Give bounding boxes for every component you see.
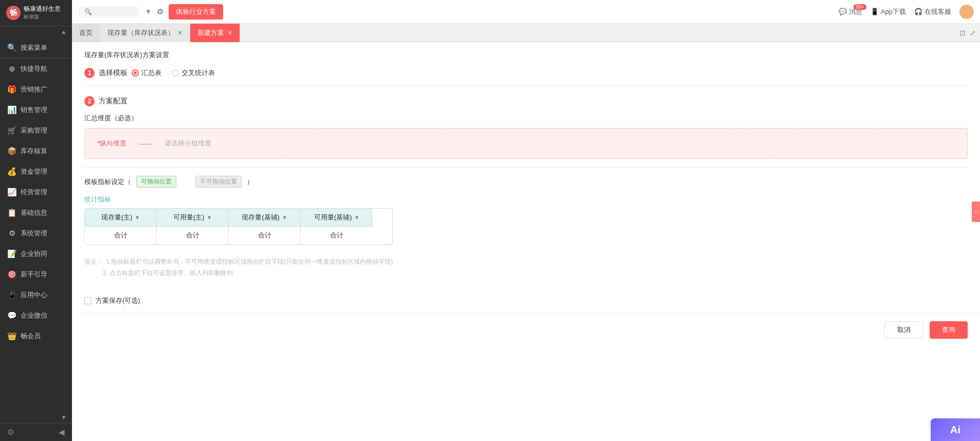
stats-col-4-chevron: ▼ <box>354 214 359 220</box>
sidebar-item-marketing[interactable]: 🎁 营销推广 <box>0 79 72 100</box>
stats-col-1-header[interactable]: 现存量(主) ▼ <box>85 209 156 227</box>
sidebar-search[interactable]: 🔍 搜索菜单 <box>0 38 72 59</box>
tab-new-plan-close[interactable]: ✕ <box>227 29 232 36</box>
tab-new-plan[interactable]: 新建方案 ✕ <box>190 24 240 42</box>
stats-col-1-label: 现存量(主) <box>101 213 133 222</box>
settings-icon[interactable]: ⚙ <box>7 428 14 437</box>
tab-expand-icon[interactable]: ⤢ <box>970 29 976 37</box>
stats-col-3-label: 现存量(基辅) <box>242 213 280 222</box>
step2-divider <box>84 167 968 168</box>
sidebar-label-system: 系统管理 <box>21 229 47 238</box>
save-option-label: 方案保存(可选) <box>96 296 140 305</box>
step1-block: 1 选择模板 汇总表 交叉统计表 <box>84 68 968 86</box>
user-avatar[interactable] <box>959 5 974 19</box>
stats-col-2: 可用量(主) ▼ 合计 <box>157 209 229 244</box>
sidebar-logo: 畅 畅康通好生意 标准版 <box>0 0 72 26</box>
step1-number: 1 <box>84 68 95 78</box>
message-badge: 99+ <box>854 4 866 10</box>
stats-col-2-header[interactable]: 可用量(主) ▼ <box>157 209 228 227</box>
system-icon: ⚙ <box>7 229 16 238</box>
trial-industry-button[interactable]: 体验行业方案 <box>169 4 223 20</box>
sidebar-label-marketing: 营销推广 <box>21 85 47 94</box>
topbar-gear-icon[interactable]: ⚙ <box>157 7 164 16</box>
quick-nav-icon: ⊕ <box>7 64 16 74</box>
topbar-right: 💬 消息 99+ 📱 App下载 🎧 在线客服 <box>839 5 974 19</box>
message-button[interactable]: 💬 消息 99+ <box>839 7 862 16</box>
save-checkbox[interactable] <box>84 297 92 304</box>
ai-badge[interactable]: Ai <box>931 418 980 441</box>
sidebar-item-sales[interactable]: 📊 销售管理 <box>0 100 72 120</box>
step1-title: 选择模板 <box>99 68 128 78</box>
hint-1: 1.拖动标题栏可以调整布局，不可跨维度或指标区域拖动栏目字段(只能在同一维度或指… <box>106 256 393 268</box>
sidebar-label-basic-info: 基础信息 <box>21 208 47 217</box>
wechat-icon: 💬 <box>7 311 16 320</box>
topbar-dropdown-icon[interactable]: ▼ <box>145 8 152 15</box>
stats-col-4-header[interactable]: 可用量(基辅) ▼ <box>301 209 373 227</box>
step2-title: 方案配置 <box>99 97 128 106</box>
radio-summary[interactable]: 汇总表 <box>132 68 161 78</box>
basic-info-icon: 📋 <box>7 208 16 217</box>
sidebar-label-wechat: 企业微信 <box>21 311 47 320</box>
sidebar-item-enterprise[interactable]: 📝 企业协同 <box>0 244 72 264</box>
stats-col-4: 可用量(基辅) ▼ 合计 <box>301 209 373 244</box>
sidebar-label-app-center: 应用中心 <box>21 290 47 300</box>
sidebar-scroll-down[interactable]: ▼ <box>58 413 70 422</box>
cancel-button[interactable]: 取消 <box>884 321 923 339</box>
stats-section-label: 统计指标 <box>84 195 968 204</box>
app-center-icon: 📱 <box>7 290 16 300</box>
sidebar-item-purchase[interactable]: 🛒 采购管理 <box>0 120 72 141</box>
tab-home[interactable]: 首页 <box>72 24 100 42</box>
tab-restore-icon[interactable]: ⊡ <box>959 29 966 37</box>
step2-header: 2 方案配置 <box>84 96 968 106</box>
sidebar-item-inventory[interactable]: 📦 库存核算 <box>0 141 72 161</box>
sidebar: 畅 畅康通好生意 标准版 ▲ 🔍 搜索菜单 ⊕ 快捷导航 🎁 营销推广 📊 销售… <box>0 0 72 441</box>
sidebar-item-operation[interactable]: 📈 经营管理 <box>0 182 72 203</box>
content-area: 现存量(库存状况表)方案设置 1 选择模板 汇总表 交叉统计表 <box>72 42 980 441</box>
summary-dim-label: 汇总维度（必选） <box>84 114 968 123</box>
step2-number: 2 <box>84 96 95 106</box>
topbar-search[interactable]: 🔍 <box>78 6 140 17</box>
stats-col-2-chevron: ▼ <box>206 214 212 220</box>
page-title: 现存量(库存状况表)方案设置 <box>84 50 968 60</box>
query-button[interactable]: 查询 <box>930 321 968 339</box>
sidebar-item-new-guide[interactable]: 🎯 新手引导 <box>0 264 72 285</box>
sales-icon: 📊 <box>7 105 16 115</box>
stats-col-3-header[interactable]: 现存量(基辅) ▼ <box>229 209 300 227</box>
tab-inventory[interactable]: 现存量（库存状况表） ✕ <box>100 24 190 42</box>
radio-crosstab[interactable]: 交叉统计表 <box>172 68 215 78</box>
stats-col-1: 现存量(主) ▼ 合计 <box>85 209 157 244</box>
hint-label: 提示： <box>84 256 103 268</box>
radio-summary-dot <box>132 69 139 77</box>
sidebar-scroll-up[interactable]: ▲ <box>58 27 70 36</box>
sidebar-item-wechat[interactable]: 💬 企业微信 <box>0 305 72 326</box>
sidebar-label-purchase: 采购管理 <box>21 126 47 135</box>
sidebar-item-quick-nav[interactable]: ⊕ 快捷导航 <box>0 59 72 79</box>
tab-home-label: 首页 <box>79 28 93 38</box>
stats-col-4-label: 可用量(基辅) <box>314 213 352 222</box>
app-download-button[interactable]: 📱 App下载 <box>870 7 906 16</box>
sidebar-item-basic-info[interactable]: 📋 基础信息 <box>0 203 72 223</box>
sidebar-item-member[interactable]: 👑 畅会员 <box>0 326 72 346</box>
tpl-draggable-badge: 可拖动位置 <box>136 176 176 188</box>
tab-inventory-label: 现存量（库存状况表） <box>107 28 174 38</box>
stats-section: 统计指标 现存量(主) ▼ 合计 <box>84 195 968 246</box>
inventory-icon: 📦 <box>7 146 16 156</box>
sidebar-item-finance[interactable]: 💰 资金管理 <box>0 161 72 182</box>
sidebar-item-system[interactable]: ⚙ 系统管理 <box>0 223 72 244</box>
logo-icon: 畅 <box>6 6 21 20</box>
tpl-end: ） <box>247 177 253 187</box>
radio-crosstab-dot <box>172 69 179 77</box>
online-service-button[interactable]: 🎧 在线客服 <box>914 7 951 16</box>
tab-inventory-close[interactable]: ✕ <box>177 29 183 36</box>
marketing-icon: 🎁 <box>7 85 16 94</box>
radio-summary-label: 汇总表 <box>141 68 161 78</box>
tab-new-plan-label: 新建方案 <box>197 28 224 38</box>
content-inner: 现存量(库存状况表)方案设置 1 选择模板 汇总表 交叉统计表 <box>72 42 980 314</box>
collapse-icon[interactable]: ◀ <box>59 428 65 437</box>
sidebar-item-app-center[interactable]: 📱 应用中心 <box>0 285 72 305</box>
message-icon: 💬 <box>839 8 847 15</box>
step2-block: 2 方案配置 汇总维度（必选） *纵向维度 —— 请选择分组维度 模板指标设定（… <box>84 96 968 279</box>
right-collapse-button[interactable]: › <box>972 201 980 222</box>
footer-bar: 取消 查询 <box>72 314 980 346</box>
stats-col-2-label: 可用量(主) <box>173 213 205 222</box>
